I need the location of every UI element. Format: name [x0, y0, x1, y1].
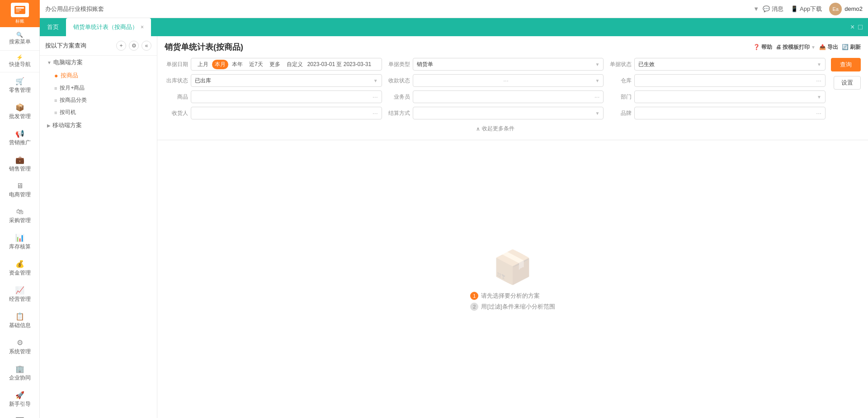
payment-status-dots: ··· [503, 77, 509, 84]
department-arrow: ▼ [817, 95, 821, 100]
tree-item-by-cashier[interactable]: ≡ 按司机 [40, 106, 157, 119]
doc-type-input[interactable]: 销货单 ▼ [413, 58, 604, 71]
system-label: 系统管理 [9, 348, 31, 356]
sidebar-item-appcenter[interactable]: 🔲 应用中心 [0, 413, 39, 418]
refresh-btn[interactable]: 🔄 刷新 [842, 43, 861, 51]
brand-input[interactable]: ··· [634, 107, 826, 119]
date-label: 单据日期 [165, 61, 188, 68]
tree-item-by-category[interactable]: ≡ 按商品分类 [40, 94, 157, 106]
sidebar-item-system[interactable]: ⚙ 系统管理 [0, 334, 39, 360]
brand-label: 品牌 [608, 109, 632, 117]
sidebar: 标账 🔍 搜索菜单 ⚡ 快捷导航 🛒 零售管理 📦 批发管理 📢 营销推广 💼 … [0, 0, 40, 418]
date-tab-custom[interactable]: 自定义 [284, 60, 306, 69]
department-input[interactable]: ▼ [634, 90, 826, 103]
query-btn[interactable]: 查询 [831, 58, 861, 71]
help-icon: ❓ [753, 44, 760, 50]
sidebar-item-marketing[interactable]: 📢 营销推广 [0, 125, 39, 151]
recipient-input[interactable]: ··· [191, 107, 382, 119]
tree-mobile-group-header[interactable]: ▶ 移动端方案 [40, 119, 157, 132]
active-tab-label: 销货单统计表（按商品） [73, 23, 138, 31]
doc-status-arrow: ▼ [817, 62, 821, 67]
filter-area: 销货单统计表(按商品) ❓ 帮助 🖨 按模板打印 ▼ 📤 [157, 36, 868, 140]
refresh-label: 刷新 [850, 43, 861, 51]
sidebar-item-newbie[interactable]: 🚀 新手引导 [0, 386, 39, 413]
date-tab-this-year[interactable]: 本年 [229, 60, 245, 69]
left-panel-title: 按以下方案查询 [45, 42, 113, 50]
collapse-bar[interactable]: ∧ 收起更多条件 [165, 123, 826, 134]
maximize-window-btn[interactable]: □ [858, 23, 863, 31]
warehouse-label: 仓库 [608, 77, 632, 85]
message-btn[interactable]: 💬 消息 [763, 5, 783, 13]
filter-department: 部门 ▼ [608, 90, 826, 103]
date-tab-more[interactable]: 更多 [267, 60, 283, 69]
user-menu[interactable]: Ea demo2 [829, 3, 863, 15]
sidebar-item-enterprise[interactable]: 🏢 企业协同 [0, 360, 39, 386]
filter-doc-type: 单据类型 销货单 ▼ [387, 58, 604, 71]
export-btn[interactable]: 📤 导出 [819, 43, 838, 51]
sidebar-item-wholesale[interactable]: 📦 批发管理 [0, 99, 39, 125]
sidebar-item-retail[interactable]: 🛒 零售管理 [0, 72, 39, 99]
filter-main: 单据日期 上月 本月 本年 近7天 更多 自定义 [165, 58, 826, 134]
download-icon: 📱 [791, 5, 798, 12]
warehouse-status-input[interactable]: 已出库 ▼ [191, 74, 382, 87]
tab-close-btn[interactable]: × [141, 24, 144, 30]
empty-step-1: 1 请先选择要分析的方案 [470, 292, 555, 300]
salesperson-label: 业务员 [387, 93, 410, 101]
settings-btn[interactable]: 设置 [834, 76, 861, 90]
date-tab-last-month[interactable]: 上月 [195, 60, 211, 69]
salesperson-input[interactable]: ··· [413, 90, 604, 103]
print-btn[interactable]: 🖨 按模板打印 ▼ [776, 43, 816, 51]
date-tab-7days[interactable]: 近7天 [246, 60, 266, 69]
doc-status-label: 单据状态 [608, 61, 632, 68]
tree-item-by-month-product[interactable]: ≡ 按月+商品 [40, 82, 157, 94]
sidebar-item-sales[interactable]: 💼 销售管理 [0, 151, 39, 177]
date-input[interactable]: 上月 本月 本年 近7天 更多 自定义 2023-03-01 至 2023-03… [191, 58, 382, 71]
cashier-icon: ≡ [54, 110, 57, 115]
help-btn[interactable]: ❓ 帮助 [753, 43, 772, 51]
settlement-input[interactable]: ▼ [413, 107, 604, 119]
add-scheme-btn[interactable]: + [116, 41, 126, 51]
warehouse-input[interactable]: ··· [634, 74, 826, 87]
newbie-label: 新手引导 [9, 400, 31, 408]
app-download-btn[interactable]: 📱 App下载 [791, 5, 822, 13]
warehouse-status-value: 已出库 [195, 77, 211, 85]
print-icon: 🖨 [776, 44, 781, 50]
tree-desktop-group-header[interactable]: ▼ 电脑端方案 [40, 56, 157, 69]
ecommerce-icon: 🖥 [16, 182, 24, 190]
close-window-btn[interactable]: × [850, 23, 854, 31]
sidebar-item-basic[interactable]: 📋 基础信息 [0, 308, 39, 334]
export-label: 导出 [827, 43, 838, 51]
sidebar-item-ecommerce[interactable]: 🖥 电商管理 [0, 177, 39, 203]
newbie-icon: 🚀 [15, 391, 24, 399]
tab-home[interactable]: 首页 [40, 18, 66, 36]
tree-item-by-category-label: 按商品分类 [60, 96, 87, 104]
collapse-panel-btn[interactable]: « [142, 41, 151, 51]
inventory-label: 库存核算 [9, 243, 31, 251]
sidebar-item-operations[interactable]: 📈 经营管理 [0, 281, 39, 308]
sidebar-quicknav-section[interactable]: ⚡ 快捷导航 [0, 51, 39, 72]
retail-label: 零售管理 [9, 86, 31, 94]
content: 按以下方案查询 + ⚙ « ▼ 电脑端方案 ● 按商品 ≡ 按月+商品 [40, 36, 868, 418]
wholesale-label: 批发管理 [9, 113, 31, 120]
sidebar-item-purchase[interactable]: 🛍 采购管理 [0, 203, 39, 229]
tab-active[interactable]: 销货单统计表（按商品） × [66, 18, 151, 36]
svg-rect-1 [16, 7, 24, 9]
date-tab-this-month[interactable]: 本月 [212, 60, 228, 69]
payment-status-input[interactable]: ··· ▼ [413, 74, 604, 87]
topbar-title: 办公用品行业模拟账套 [45, 5, 750, 13]
doc-type-value: 销货单 [417, 61, 433, 68]
collapse-btn[interactable]: ∧ 收起更多条件 [476, 125, 514, 133]
refresh-icon: 🔄 [842, 44, 849, 50]
tree-item-by-product[interactable]: ● 按商品 [40, 69, 157, 82]
settings-scheme-btn[interactable]: ⚙ [129, 41, 139, 51]
sidebar-item-finance[interactable]: 💰 资金管理 [0, 255, 39, 281]
product-input[interactable]: ··· [191, 90, 382, 103]
topbar-dropdown-arrow[interactable]: ▼ [753, 5, 759, 12]
sidebar-search-label: 搜索菜单 [9, 38, 31, 46]
tree-item-by-cashier-label: 按司机 [60, 109, 76, 116]
tree-mobile-expand-icon: ▶ [47, 123, 51, 128]
doc-status-input[interactable]: 已生效 ▼ [634, 58, 826, 71]
sidebar-item-inventory[interactable]: 📊 库存核算 [0, 229, 39, 255]
sidebar-search-section[interactable]: 🔍 搜索菜单 [0, 27, 39, 51]
tree-item-by-month-product-label: 按月+商品 [60, 84, 85, 92]
